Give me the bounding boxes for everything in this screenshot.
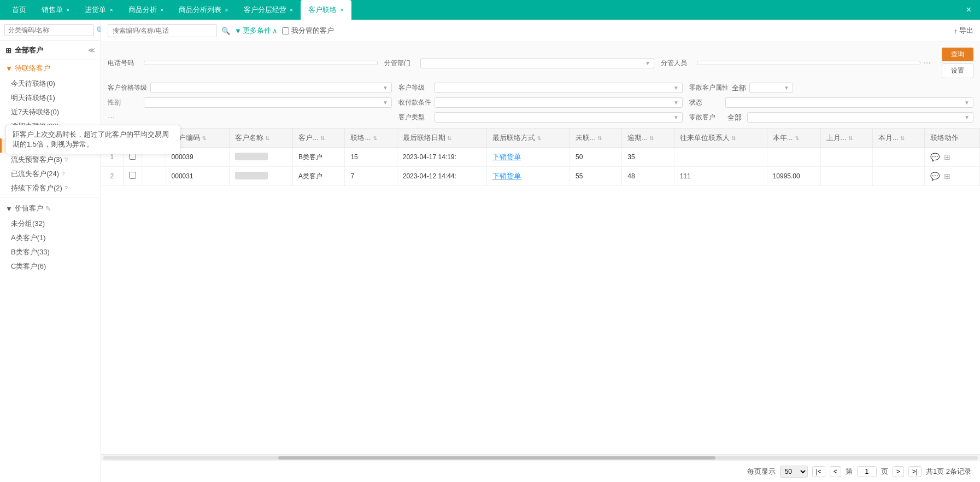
filter-icon: ▼ [234,27,242,35]
tab-product-analysis[interactable]: 商品分析 × [121,0,171,20]
th-this-month[interactable]: 本月... ⇅ [872,129,924,148]
tab-product-analysis-close[interactable]: × [160,7,163,13]
th-last-month[interactable]: 上月... ⇅ [820,129,872,148]
filter-more-dots-field: ··· [108,113,392,123]
row-2-checkbox[interactable] [129,172,136,179]
th-this-year[interactable]: 本年... ⇅ [767,129,820,148]
sidebar-search-icon[interactable]: 🔍 [96,26,101,34]
sidebar-item-lost-preview[interactable]: 流失预警客户(3) ? [0,153,101,167]
tab-purchase-close[interactable]: × [109,7,113,13]
method-link-1[interactable]: 下销货单 [492,153,521,161]
filter-search-input[interactable] [108,24,217,37]
tab-sales-close[interactable]: × [66,7,69,13]
filter-row-2: 客户价格等级 ▼ 客户等级 ▼ 零散客户属性 全部 [108,83,973,93]
window-close-button[interactable]: × [962,5,976,15]
sidebar-item-b-class[interactable]: B类客户(33) [0,245,101,259]
tab-product-analysis-list-close[interactable]: × [225,7,228,13]
edit-icon[interactable]: ✎ [45,205,51,213]
th-last-contact-date[interactable]: 最后联络日期 ⇅ [397,129,486,148]
first-page-button[interactable]: |< [812,466,825,477]
tab-sales[interactable]: 销售单 × [34,0,77,20]
filter-customer-level-select[interactable]: ▼ [435,83,683,93]
filter-retail-customer-select[interactable]: ▼ [747,112,973,123]
pending-contact-group[interactable]: ▼ 待联络客户 [0,60,101,77]
sidebar-item-7days[interactable]: 近7天待联络(0) [0,105,101,119]
sidebar-item-today[interactable]: 今天待联络(0) [0,77,101,91]
sidebar-item-a-class[interactable]: A类客户(1) [0,231,101,245]
filter-dept-select[interactable]: ▼ [420,58,654,68]
my-customers-checkbox-label[interactable]: 我分管的客户 [282,26,334,36]
tab-product-analysis-list[interactable]: 商品分析列表 × [171,0,236,20]
grid-icon-2[interactable]: ⊞ [944,172,950,181]
filter-price-level-field: 客户价格等级 ▼ [108,83,392,93]
tab-customer-contact-close[interactable]: × [340,7,343,13]
grid-icon-1[interactable]: ⊞ [944,153,950,161]
td-last-method-2[interactable]: 下销货单 [486,167,570,186]
sidebar-search-input[interactable] [4,24,94,36]
already-lost-hint-icon[interactable]: ? [61,171,64,177]
value-customer-group[interactable]: ▼ 价值客户 ✎ [0,200,101,217]
collapse-icon[interactable]: ≪ [88,47,95,54]
all-customers-header[interactable]: ⊞ 全部客户 ≪ [0,41,101,60]
sidebar-item-c-class[interactable]: C类客户(6) [0,259,101,274]
lost-preview-hint-icon[interactable]: ? [64,156,68,163]
query-button[interactable]: 查询 [942,48,973,61]
sort-icon-contact-count: ⇅ [373,135,377,141]
th-unreplied[interactable]: 未联... ⇅ [570,129,621,148]
tab-customer-tier-close[interactable]: × [290,7,293,13]
horizontal-scrollbar[interactable] [101,454,980,461]
chat-icon-2[interactable]: 💬 [930,172,940,181]
next-page-button[interactable]: > [893,466,904,477]
chat-icon-1[interactable]: 💬 [930,153,940,161]
tab-home[interactable]: 首页 [4,0,34,20]
sidebar-item-tomorrow[interactable]: 明天待联络(1) [0,91,101,105]
prev-page-button[interactable]: < [830,466,841,477]
tooltip-box: 距客户上次交易时长，超过了此客户的平均交易周期的1.5倍，则视为异常。 [101,125,180,154]
filter-gender-select[interactable]: ▼ [144,97,392,108]
page-size-select[interactable]: 50 100 200 [780,466,808,478]
td-contact-count-2: 7 [345,167,397,186]
td-contact-count-1: 15 [345,148,397,167]
td-last-month-2 [820,167,872,186]
last-page-button[interactable]: >| [908,466,922,477]
filter-more-dots[interactable]: ··· [108,113,115,123]
filter-person-dots[interactable]: ··· [924,58,931,68]
th-contact-count[interactable]: 联络... ⇅ [345,129,397,148]
td-this-month-1 [872,148,924,167]
filter-price-level-select[interactable]: ▼ [150,83,392,93]
filter-row-3: 性别 ▼ 收付款条件 ▼ 状态 [108,97,973,108]
th-overdue[interactable]: 逾期... ⇅ [622,129,674,148]
tab-customer-contact[interactable]: 客户联络 × [301,0,351,20]
td-last-method-1[interactable]: 下销货单 [486,148,570,167]
filter-search-icon[interactable]: 🔍 [221,27,230,35]
export-button[interactable]: ↑ 导出 [954,26,974,36]
filter-phone-input[interactable] [144,61,378,65]
filter-retail-attr-select[interactable]: ▼ [749,83,793,93]
th-last-contact-method[interactable]: 最后联络方式 ⇅ [486,129,570,148]
page-input[interactable] [857,466,877,477]
tab-purchase[interactable]: 进货单 × [77,0,120,20]
td-settings-2 [142,167,166,186]
sidebar-item-declining[interactable]: 持续下滑客户(2) ? [0,181,101,195]
th-name[interactable]: 客户名称 ⇅ [229,129,292,148]
filter-phone-field: 电话号码 [108,59,378,68]
th-unit-contact[interactable]: 往来单位联系人 ⇅ [674,129,767,148]
sidebar-item-already-lost[interactable]: 已流失客户(24) ? [0,167,101,181]
scrollbar-thumb[interactable] [278,456,715,460]
th-type[interactable]: 客户... ⇅ [293,129,345,148]
filter-customer-type-select[interactable]: ▼ [435,112,683,123]
sort-icon-this-month: ⇅ [900,135,905,141]
my-customers-checkbox[interactable] [282,27,289,34]
tab-customer-tier[interactable]: 客户分层经营 × [236,0,301,20]
td-index-2: 2 [101,167,123,186]
settings-button[interactable]: 设置 [942,63,973,78]
filter-status-select[interactable]: ▼ [725,97,973,108]
sidebar-search-area: 🔍 [0,20,101,41]
sidebar-item-ungroup[interactable]: 未分组(32) [0,217,101,231]
more-conditions-button[interactable]: ▼ 更多条件 ∧ [234,26,278,36]
filter-payment-select[interactable]: ▼ [435,97,683,108]
filter-person-input[interactable] [697,61,920,65]
declining-hint-icon[interactable]: ? [64,185,68,191]
main-layout: 🔍 ⊞ 全部客户 ≪ ▼ 待联络客户 今天待联络(0) 明天待联络(1) 近7天… [0,20,980,482]
method-link-2[interactable]: 下销货单 [492,172,521,180]
